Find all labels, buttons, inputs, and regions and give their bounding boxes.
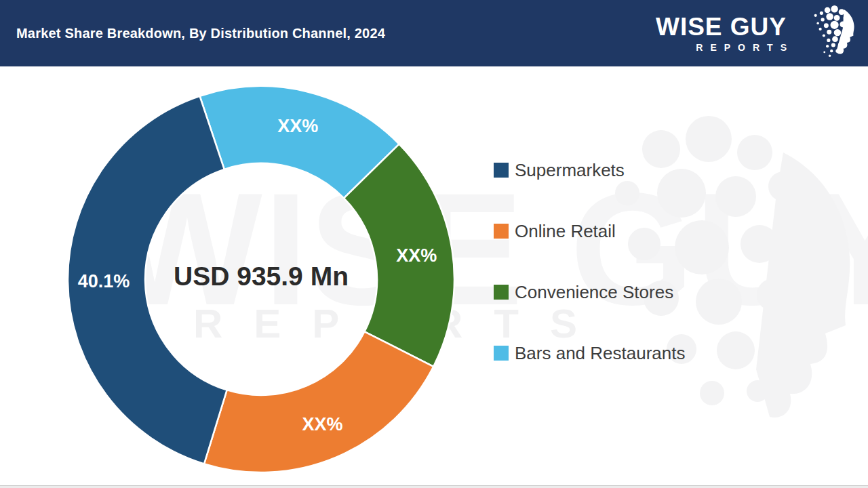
- logo-subtitle: REPORTS: [656, 43, 794, 52]
- slice-online-retail: [204, 331, 433, 472]
- chart-center-value: USD 935.9 Mn: [125, 256, 397, 297]
- legend-label: Convenience Stores: [515, 282, 673, 303]
- legend-label: Bars and Restaurants: [515, 343, 685, 364]
- bottom-divider: [0, 485, 868, 488]
- slice-label-supermarkets: 40.1%: [78, 271, 130, 291]
- legend-swatch-icon: [494, 224, 509, 239]
- legend-item-supermarkets: Supermarkets: [494, 163, 685, 178]
- chart-legend: Supermarkets Online Retail Convenience S…: [494, 163, 685, 407]
- header-bar: Market Share Breakdown, By Distribution …: [0, 0, 868, 66]
- slice-label-convenience-stores: XX%: [396, 245, 437, 266]
- page-title: Market Share Breakdown, By Distribution …: [16, 26, 385, 41]
- legend-label: Supermarkets: [515, 160, 625, 181]
- legend-swatch-icon: [494, 285, 509, 300]
- legend-swatch-icon: [494, 163, 509, 178]
- legend-label: Online Retail: [515, 221, 616, 242]
- logo-text: WISE GUY REPORTS: [656, 14, 787, 52]
- legend-item-convenience-stores: Convenience Stores: [494, 285, 685, 300]
- slice-label-online-retail: XX%: [302, 414, 343, 434]
- wise-guy-logo: WISE GUY REPORTS: [656, 5, 856, 62]
- logo-head-icon: [791, 5, 856, 62]
- legend-swatch-icon: [494, 346, 509, 361]
- legend-item-online-retail: Online Retail: [494, 224, 685, 239]
- logo-wordmark: WISE GUY: [656, 14, 787, 39]
- legend-item-bars-and-restaurants: Bars and Restaurants: [494, 346, 685, 361]
- slice-label-bars-and-restaurants: XX%: [277, 116, 318, 136]
